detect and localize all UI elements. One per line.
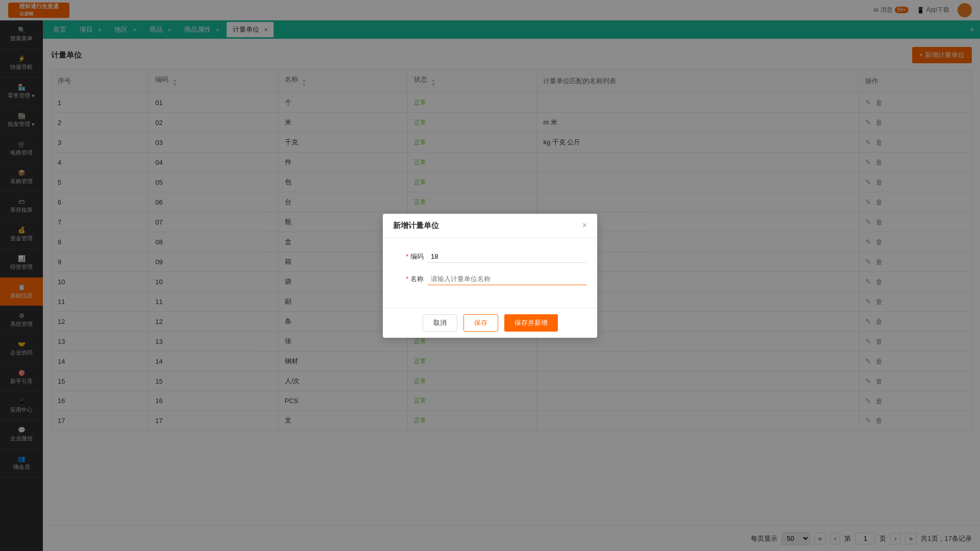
cancel-button[interactable]: 取消	[423, 314, 457, 332]
modal-overlay: 新增计量单位 × 编码 名称 取消 保存 保存并新增	[0, 0, 980, 551]
modal-close-icon[interactable]: ×	[582, 221, 587, 230]
form-item-code: 编码	[393, 251, 587, 263]
modal-title: 新增计量单位	[393, 221, 439, 231]
form-item-name: 名称	[393, 273, 587, 285]
save-button[interactable]: 保存	[463, 314, 498, 332]
modal-body: 编码 名称	[383, 238, 597, 308]
name-input[interactable]	[428, 273, 587, 285]
modal-header: 新增计量单位 ×	[383, 214, 597, 238]
add-unit-modal: 新增计量单位 × 编码 名称 取消 保存 保存并新增	[383, 214, 597, 338]
modal-footer: 取消 保存 保存并新增	[383, 308, 597, 338]
name-label: 名称	[393, 274, 424, 284]
save-and-add-button[interactable]: 保存并新增	[504, 314, 558, 332]
code-input[interactable]	[428, 251, 587, 263]
code-label: 编码	[393, 252, 424, 261]
